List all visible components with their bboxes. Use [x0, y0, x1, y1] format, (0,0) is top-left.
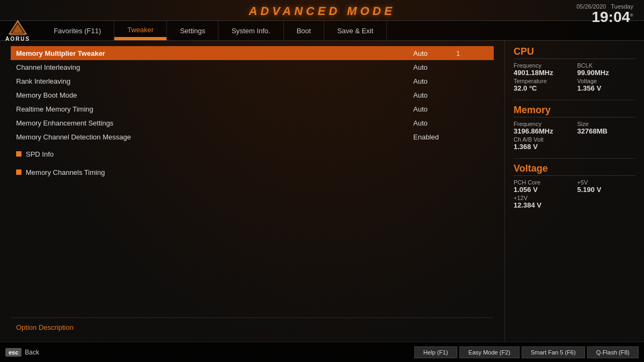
plus12v-label: +12V [514, 195, 635, 201]
plus12v-value: 12.384 V [514, 201, 635, 209]
divider-memory-voltage [514, 158, 635, 159]
cpu-temperature-value: 32.0 °C [514, 84, 572, 92]
help-button[interactable]: Help (F1) [414, 346, 457, 358]
aorus-logo-icon [8, 20, 27, 36]
voltage-section-title: Voltage [514, 163, 635, 176]
nav-items: Favorites (F11) Tweaker Settings System … [41, 21, 639, 40]
right-panel: CPU Frequency 4901.18MHz BCLK 99.90MHz T… [504, 41, 644, 342]
plus5v-label: +5V [577, 179, 636, 186]
cpu-section: CPU Frequency 4901.18MHz BCLK 99.90MHz T… [514, 46, 635, 92]
divider-cpu-memory [514, 100, 635, 100]
nav-item-settings[interactable]: Settings [167, 21, 218, 40]
expand-marker-memory-channels [16, 169, 21, 175]
setting-row-channel-detection[interactable]: Memory Channel Detection Message Enabled [11, 130, 494, 144]
setting-row-memory-enhancement[interactable]: Memory Enhancement Settings Auto [11, 116, 494, 130]
setting-row-memory-boot-mode[interactable]: Memory Boot Mode Auto [11, 88, 494, 102]
datetime: 05/26/2020 Tuesday 19:04® [576, 3, 633, 25]
navbar: AORUS Favorites (F11) Tweaker Settings S… [0, 20, 644, 41]
footer: esc Back Help (F1) Easy Mode (F2) Smart … [0, 342, 644, 362]
logo: AORUS [5, 20, 30, 42]
nav-item-tweaker[interactable]: Tweaker [114, 21, 167, 40]
back-label: Back [25, 349, 39, 356]
cpu-frequency-label: Frequency [514, 62, 572, 69]
smart-fan-button[interactable]: Smart Fan 5 (F6) [522, 346, 585, 358]
expandable-memory-channels-timing[interactable]: Memory Channels Timing [11, 164, 494, 180]
cpu-section-title: CPU [514, 46, 635, 59]
memory-frequency-value: 3196.86MHz [514, 127, 572, 135]
footer-buttons: Help (F1) Easy Mode (F2) Smart Fan 5 (F6… [414, 346, 639, 358]
memory-size-value: 32768MB [577, 127, 636, 135]
setting-row-memory-multiplier[interactable]: Memory Multiplier Tweaker Auto 1 [11, 46, 494, 60]
voltage-section: Voltage PCH Core 1.056 V +5V 5.190 V +12… [514, 163, 635, 209]
cpu-voltage-label: Voltage [577, 78, 636, 84]
setting-row-channel-interleaving[interactable]: Channel Interleaving Auto [11, 60, 494, 74]
memory-section: Memory Frequency 3196.86MHz Size 32768MB… [514, 105, 635, 151]
nav-item-system-info[interactable]: System Info. [218, 21, 283, 40]
setting-row-realtime-memory-timing[interactable]: Realtime Memory Timing Auto [11, 102, 494, 116]
esc-key[interactable]: esc [5, 348, 21, 357]
nav-item-save-exit[interactable]: Save & Exit [324, 21, 386, 40]
memory-ch-volt-label: Ch A/B Volt [514, 136, 635, 143]
plus5v-value: 5.190 V [577, 186, 636, 194]
svg-marker-1 [12, 24, 23, 33]
cpu-bclk-value: 99.90MHz [577, 69, 636, 77]
cpu-bclk-label: BCLK [577, 62, 636, 69]
header: ADVANCED MODE 05/26/2020 Tuesday 19:04® [0, 0, 644, 20]
memory-ch-volt-value: 1.368 V [514, 143, 635, 151]
nav-item-favorites[interactable]: Favorites (F11) [41, 21, 114, 40]
pch-core-label: PCH Core [514, 179, 572, 186]
easy-mode-button[interactable]: Easy Mode (F2) [459, 346, 519, 358]
left-panel: Memory Multiplier Tweaker Auto 1 Channel… [0, 41, 504, 342]
nav-item-boot[interactable]: Boot [284, 21, 325, 40]
option-description: Option Description [11, 317, 494, 336]
cpu-voltage-value: 1.356 V [577, 84, 636, 92]
memory-frequency-label: Frequency [514, 121, 572, 127]
page-title: ADVANCED MODE [248, 4, 395, 18]
expand-marker-spd [16, 151, 21, 157]
qflash-button[interactable]: Q-Flash (F8) [587, 346, 639, 358]
pch-core-value: 1.056 V [514, 186, 572, 194]
footer-left: esc Back [5, 348, 414, 357]
main-area: Memory Multiplier Tweaker Auto 1 Channel… [0, 41, 644, 342]
time: 19:04 [591, 9, 630, 25]
memory-section-title: Memory [514, 105, 635, 117]
cpu-temperature-label: Temperature [514, 78, 572, 84]
cpu-frequency-value: 4901.18MHz [514, 69, 572, 77]
memory-size-label: Size [577, 121, 636, 127]
setting-row-rank-interleaving[interactable]: Rank Interleaving Auto [11, 74, 494, 88]
expandable-spd-info[interactable]: SPD Info [11, 146, 494, 162]
